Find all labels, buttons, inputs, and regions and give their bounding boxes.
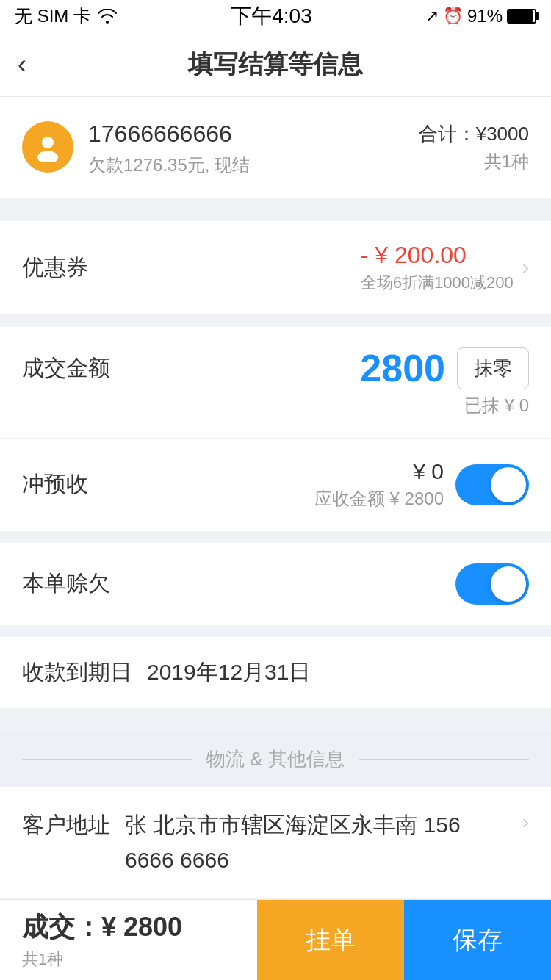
duedate-section: 收款到期日 2019年12月31日 [0, 637, 551, 708]
divider-4 [0, 720, 551, 732]
coupon-amount: - ¥ 200.00 [361, 242, 514, 269]
total-label: 合计：¥3000 [419, 121, 529, 147]
bottom-summary: 成交：¥ 2800 共1种 [0, 909, 257, 970]
customer-card: 17666666666 欠款1276.35元, 现结 合计：¥3000 共1种 [0, 97, 551, 198]
prepay-section: 冲预收 ¥ 0 应收金额 ¥ 2800 [0, 438, 551, 531]
logistics-divider: 物流 & 其他信息 [0, 732, 551, 787]
pending-button[interactable]: 挂单 [257, 900, 404, 981]
content: 17666666666 欠款1276.35元, 现结 合计：¥3000 共1种 … [0, 97, 551, 980]
wifi-icon [97, 9, 118, 24]
bottom-count: 共1种 [22, 948, 235, 970]
prepay-label: 冲预收 [22, 469, 88, 500]
address-label: 客户地址 [22, 807, 110, 840]
duedate-label: 收款到期日 [22, 657, 132, 688]
carrier-text: 无 SIM 卡 [15, 4, 91, 28]
prepay-right: ¥ 0 应收金额 ¥ 2800 [314, 459, 529, 511]
avatar [22, 121, 73, 173]
prepay-amount: ¥ 0 [314, 459, 444, 484]
deal-amount: 2800 [360, 349, 445, 387]
coupon-row[interactable]: 优惠券 - ¥ 200.00 全场6折满1000减200 › [0, 221, 551, 315]
divider-2 [0, 315, 551, 327]
coupon-label: 优惠券 [22, 253, 88, 283]
coupon-right: - ¥ 200.00 全场6折满1000减200 › [361, 242, 529, 294]
svg-point-0 [42, 137, 54, 148]
battery-text: 91% [467, 6, 503, 26]
coupon-values: - ¥ 200.00 全场6折满1000减200 [361, 242, 514, 294]
nav-bar: ‹ 填写结算等信息 [0, 32, 551, 97]
debt-toggle[interactable] [455, 563, 529, 605]
customer-phone: 17666666666 [88, 118, 250, 151]
divider-3 [0, 531, 551, 543]
battery-icon [507, 9, 536, 24]
bottom-deal: 成交：¥ 2800 [22, 909, 235, 945]
debt-section: 本单赊欠 [0, 543, 551, 625]
debt-label: 本单赊欠 [22, 569, 110, 599]
back-button[interactable]: ‹ [18, 49, 26, 80]
deal-right: 2800 抹零 [360, 347, 529, 389]
address-section[interactable]: 客户地址 张 北京市市辖区海淀区永丰南 156 6666 6666 › [0, 787, 551, 898]
total-count: 共1种 [419, 150, 529, 173]
page-title: 填写结算等信息 [188, 48, 363, 82]
deal-row: 成交金额 2800 抹零 [22, 347, 529, 389]
prepay-toggle[interactable] [455, 464, 529, 505]
svg-point-1 [37, 151, 58, 162]
user-icon [33, 132, 62, 162]
toggle-knob [491, 467, 526, 502]
bottom-deal-label: 成交： [22, 912, 101, 942]
round-button[interactable]: 抹零 [457, 347, 529, 389]
status-bar-time: 下午4:03 [231, 2, 312, 30]
bottom-bar: 成交：¥ 2800 共1种 挂单 保存 [0, 899, 551, 980]
alarm-icon: ⏰ [443, 7, 463, 26]
deal-sub: 已抹 ¥ 0 [22, 394, 529, 417]
deal-label: 成交金额 [22, 353, 110, 383]
duedate-value: 2019年12月31日 [147, 657, 311, 688]
bottom-deal-amount: ¥ 2800 [101, 912, 182, 942]
logistics-line-right [359, 759, 529, 760]
status-bar-right: ↗ ⏰ 91% [425, 6, 536, 26]
save-button[interactable]: 保存 [404, 900, 551, 981]
divider-1 [0, 209, 551, 221]
debt-toggle-knob [491, 566, 526, 602]
prepay-sub: 应收金额 ¥ 2800 [314, 487, 444, 511]
status-bar: 无 SIM 卡 下午4:03 ↗ ⏰ 91% [0, 0, 551, 32]
logistics-line-left [22, 759, 192, 760]
coupon-sub: 全场6折满1000减200 [361, 272, 514, 294]
coupon-chevron: › [522, 256, 529, 279]
address-chevron: › [522, 807, 529, 834]
prepay-values: ¥ 0 应收金额 ¥ 2800 [314, 459, 444, 511]
customer-left: 17666666666 欠款1276.35元, 现结 [22, 118, 250, 177]
customer-total: 合计：¥3000 共1种 [419, 121, 529, 173]
deal-section: 成交金额 2800 抹零 已抹 ¥ 0 [0, 327, 551, 438]
status-bar-left: 无 SIM 卡 [15, 4, 118, 28]
customer-sub: 欠款1276.35元, 现结 [88, 154, 250, 177]
logistics-text: 物流 & 其他信息 [206, 746, 345, 772]
address-value: 张 北京市市辖区海淀区永丰南 156 6666 6666 [125, 807, 508, 878]
customer-info: 17666666666 欠款1276.35元, 现结 [88, 118, 250, 177]
location-icon: ↗ [425, 7, 439, 26]
